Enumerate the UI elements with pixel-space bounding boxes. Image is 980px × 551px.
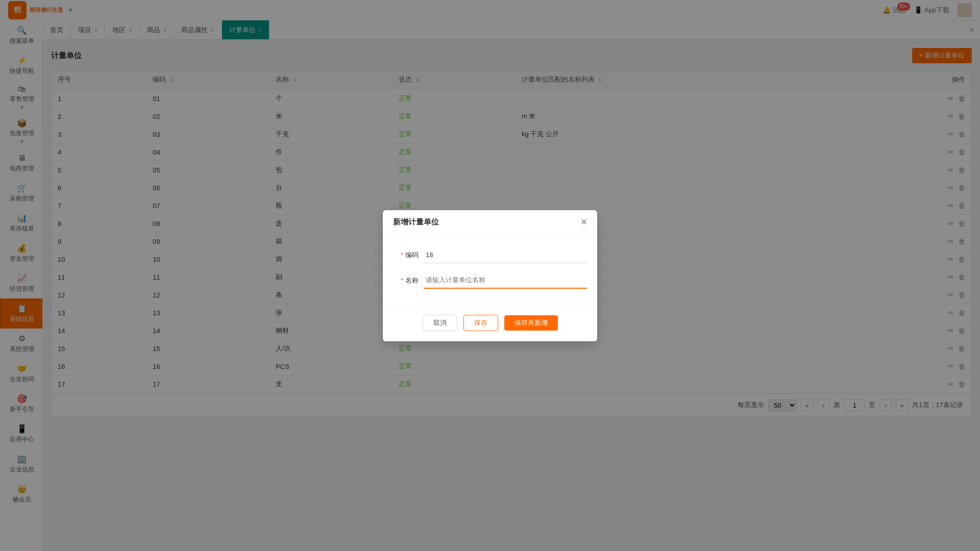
- modal-close-button[interactable]: ✕: [580, 217, 587, 227]
- modal-header: 新增计量单位 ✕: [383, 210, 597, 235]
- code-label: *编码: [393, 251, 419, 260]
- add-unit-modal: 新增计量单位 ✕ *编码 *名称 取消 保存 保存并新增: [383, 210, 597, 341]
- modal-footer: 取消 保存 保存并新增: [383, 308, 597, 341]
- name-label: *名称: [393, 276, 419, 285]
- code-input[interactable]: [424, 247, 587, 263]
- name-form-row: *名称: [393, 272, 587, 289]
- modal-title: 新增计量单位: [393, 217, 439, 227]
- code-form-row: *编码: [393, 247, 587, 263]
- name-required-star: *: [401, 277, 403, 284]
- save-and-new-button[interactable]: 保存并新增: [504, 315, 558, 331]
- save-button[interactable]: 保存: [463, 315, 498, 331]
- modal-body: *编码 *名称: [383, 235, 597, 308]
- modal-overlay[interactable]: 新增计量单位 ✕ *编码 *名称 取消 保存 保存并新增: [0, 0, 980, 551]
- cancel-button[interactable]: 取消: [423, 315, 457, 331]
- name-input[interactable]: [424, 272, 587, 289]
- code-required-star: *: [401, 251, 403, 259]
